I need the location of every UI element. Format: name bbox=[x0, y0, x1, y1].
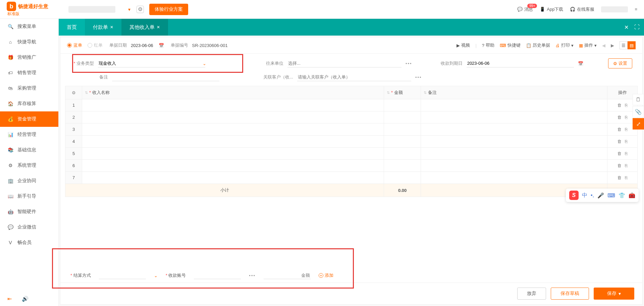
cell-amount[interactable] bbox=[384, 160, 421, 172]
cell-amount[interactable] bbox=[384, 136, 421, 148]
cell-remark[interactable] bbox=[421, 99, 607, 111]
remark-input[interactable] bbox=[112, 73, 219, 81]
ime-punct-icon[interactable]: •, bbox=[591, 192, 594, 198]
experience-industry-button[interactable]: 体验行业方案 bbox=[149, 4, 188, 15]
more-dots-icon[interactable]: ••• bbox=[249, 273, 256, 278]
rail-expand-icon[interactable]: ⤢ bbox=[633, 118, 644, 130]
partner-input[interactable] bbox=[287, 59, 401, 67]
due-date-input[interactable] bbox=[467, 59, 574, 67]
table-row[interactable]: 5🗑⎘ bbox=[65, 148, 638, 160]
table-row[interactable]: 4🗑⎘ bbox=[65, 136, 638, 148]
cell-remark[interactable] bbox=[421, 123, 607, 136]
ime-toolbox-icon[interactable]: 🧰 bbox=[629, 192, 635, 199]
settings-gear-icon[interactable]: ⚙ bbox=[137, 6, 144, 13]
ime-skin-icon[interactable]: 👕 bbox=[619, 192, 625, 199]
sidebar-item-13[interactable]: 💬企业微信 bbox=[0, 219, 58, 235]
copy-row-icon[interactable]: ⎘ bbox=[625, 151, 628, 156]
cell-income-name[interactable] bbox=[82, 172, 384, 184]
copy-row-icon[interactable]: ⎘ bbox=[625, 175, 628, 180]
table-row[interactable]: 1🗑⎘ bbox=[65, 99, 638, 111]
table-row[interactable]: 7🗑⎘ bbox=[65, 172, 638, 184]
delete-row-icon[interactable]: 🗑 bbox=[617, 139, 622, 144]
tab-1[interactable]: 其他收入单✕ bbox=[121, 19, 168, 36]
app-download-link[interactable]: 📱 App下载 bbox=[540, 6, 563, 12]
cell-income-name[interactable] bbox=[82, 160, 384, 172]
cell-income-name[interactable] bbox=[82, 148, 384, 160]
org-selector[interactable]: ▾ bbox=[68, 6, 137, 13]
col-amount[interactable]: ⇅* 金额 bbox=[384, 86, 421, 99]
biz-type-input[interactable] bbox=[98, 59, 205, 67]
video-link[interactable]: ▶视频 bbox=[457, 42, 470, 48]
history-link[interactable]: 📋历史单据 bbox=[526, 42, 550, 48]
sidebar-item-9[interactable]: ⚙系统管理 bbox=[0, 158, 58, 173]
settings-button[interactable]: ⚙ 设置 bbox=[608, 58, 632, 68]
cell-income-name[interactable] bbox=[82, 136, 384, 148]
sidebar-item-6[interactable]: 💰资金管理 bbox=[0, 111, 58, 127]
cell-amount[interactable] bbox=[384, 148, 421, 160]
cell-remark[interactable] bbox=[421, 148, 607, 160]
settlement-method-input[interactable] bbox=[99, 272, 146, 279]
cell-income-name[interactable] bbox=[82, 123, 384, 136]
copy-row-icon[interactable]: ⎘ bbox=[625, 163, 628, 168]
sidebar-item-5[interactable]: 🏠库存核算 bbox=[0, 96, 58, 111]
sidebar-item-7[interactable]: 📊经营管理 bbox=[0, 127, 58, 142]
copy-row-icon[interactable]: ⎘ bbox=[625, 103, 628, 108]
sidebar-item-4[interactable]: 🛍采购管理 bbox=[0, 81, 58, 96]
prev-icon[interactable]: ◀ bbox=[602, 43, 605, 48]
menu-icon[interactable]: ≡ bbox=[635, 7, 637, 12]
delete-row-icon[interactable]: 🗑 bbox=[617, 175, 622, 180]
cell-remark[interactable] bbox=[421, 111, 607, 123]
ime-keyboard-icon[interactable]: ⌨ bbox=[607, 192, 615, 199]
calendar-icon[interactable]: 📅 bbox=[578, 61, 583, 66]
table-row[interactable]: 3🗑⎘ bbox=[65, 123, 638, 136]
settlement-account-input[interactable] bbox=[194, 272, 241, 279]
chevron-down-icon[interactable]: ⌄ bbox=[154, 273, 158, 278]
tab-close-all-icon[interactable]: ✕ bbox=[621, 22, 631, 32]
sidebar-item-12[interactable]: 🤖智能硬件 bbox=[0, 204, 58, 219]
save-draft-button[interactable]: 保存草稿 bbox=[551, 288, 589, 300]
shortcut-link[interactable]: ⌨快捷键 bbox=[500, 42, 521, 48]
bill-date-value[interactable]: 2023-06-06 bbox=[131, 43, 153, 48]
sidebar-item-8[interactable]: 📚基础信息 bbox=[0, 142, 58, 158]
ime-lang[interactable]: 中 bbox=[582, 192, 587, 199]
table-settings-icon[interactable]: ⚙ bbox=[65, 86, 82, 99]
messages-link[interactable]: 💬 消息 99+ bbox=[517, 6, 533, 12]
view-list-icon[interactable]: ☰ bbox=[620, 41, 628, 49]
close-icon[interactable]: ✕ bbox=[157, 25, 160, 30]
radio-red-bill[interactable]: 红单 bbox=[88, 42, 103, 48]
view-card-icon[interactable]: ▤ bbox=[628, 41, 636, 49]
save-button[interactable]: 保存▾ bbox=[594, 288, 634, 300]
chevron-down-icon[interactable]: ⌄ bbox=[203, 61, 206, 66]
delete-row-icon[interactable]: 🗑 bbox=[617, 151, 622, 156]
sidebar-item-0[interactable]: 🔍搜索菜单 bbox=[0, 19, 58, 34]
more-dots-icon[interactable]: ••• bbox=[406, 61, 412, 66]
radio-blue-bill[interactable]: 蓝单 bbox=[67, 42, 82, 48]
print-link[interactable]: 🖨打印▾ bbox=[555, 42, 574, 48]
table-row[interactable]: 6🗑⎘ bbox=[65, 160, 638, 172]
help-link[interactable]: ?帮助 bbox=[482, 42, 494, 48]
cell-income-name[interactable] bbox=[82, 111, 384, 123]
delete-row-icon[interactable]: 🗑 bbox=[617, 163, 622, 168]
settlement-amount-input[interactable] bbox=[264, 272, 311, 279]
related-customer-input[interactable] bbox=[297, 73, 411, 81]
online-service-link[interactable]: 🎧 在线客服 bbox=[570, 6, 594, 12]
delete-row-icon[interactable]: 🗑 bbox=[617, 115, 622, 120]
ime-toolbar[interactable]: S 中 •, 🎤 ⌨ 👕 🧰 bbox=[566, 189, 639, 202]
tab-0[interactable]: 付款单✕ bbox=[85, 19, 121, 36]
copy-row-icon[interactable]: ⎘ bbox=[625, 139, 628, 144]
cell-remark[interactable] bbox=[421, 160, 607, 172]
tab-home[interactable]: 首页 bbox=[59, 19, 85, 36]
copy-row-icon[interactable]: ⎘ bbox=[625, 115, 628, 120]
user-name-blur[interactable] bbox=[601, 6, 628, 12]
sidebar-item-1[interactable]: ⌂快捷导航 bbox=[0, 34, 58, 50]
more-dots-icon[interactable]: ••• bbox=[415, 75, 422, 80]
next-icon[interactable]: ▶ bbox=[611, 43, 614, 48]
close-icon[interactable]: ✕ bbox=[110, 25, 113, 30]
sidebar-item-2[interactable]: 🎁营销推广 bbox=[0, 50, 58, 65]
add-settlement-button[interactable]: + 添加 bbox=[319, 272, 333, 278]
ime-mic-icon[interactable]: 🎤 bbox=[597, 192, 604, 199]
col-income-name[interactable]: ⇅* 收入名称 bbox=[82, 86, 384, 99]
cell-remark[interactable] bbox=[421, 172, 607, 184]
sidebar-item-14[interactable]: V畅会员 bbox=[0, 235, 58, 250]
delete-row-icon[interactable]: 🗑 bbox=[617, 103, 622, 108]
